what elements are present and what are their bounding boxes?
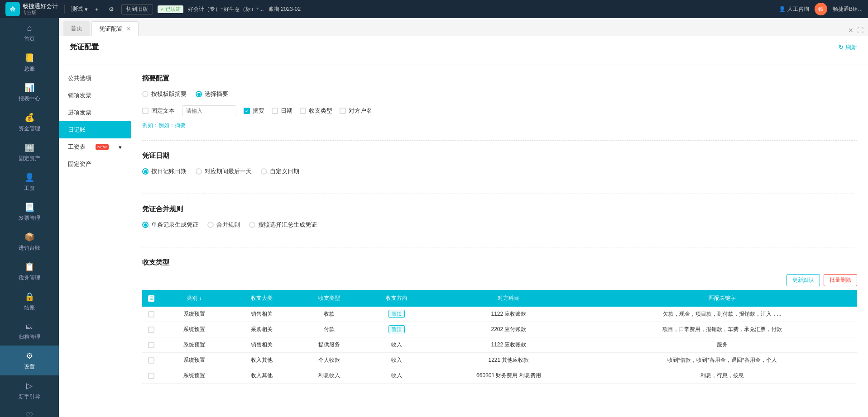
td-account-4: 660301 财务费用 利息费用 bbox=[431, 368, 587, 384]
batch-delete-button[interactable]: 批量删除 bbox=[824, 274, 857, 286]
window-maximize-button[interactable]: ⛶ bbox=[857, 27, 863, 34]
logo: 会 畅捷通好会计 专业版 bbox=[5, 2, 58, 16]
th-category[interactable]: 类别 ↓ bbox=[160, 290, 228, 307]
left-nav-item-payroll[interactable]: 工资表 NEW ▾ bbox=[59, 138, 131, 156]
merge-rules-radio-group: 单条记录生成凭证 合并规则 按照选择汇总生成凭证 bbox=[142, 221, 857, 229]
tab-home[interactable]: 首页 bbox=[63, 21, 90, 36]
sidebar-item-settings[interactable]: ⚙ 设置 bbox=[0, 346, 59, 375]
radio-single[interactable]: 单条记录生成凭证 bbox=[142, 221, 198, 229]
td-type-2: 提供服务 bbox=[295, 337, 363, 353]
td-check-3[interactable] bbox=[142, 353, 160, 368]
sidebar-item-ledger[interactable]: 📒 总账 bbox=[0, 47, 59, 77]
reset-tag-1[interactable]: 置顶 bbox=[388, 325, 405, 333]
tab-voucher-config[interactable]: 凭证配置 ✕ bbox=[91, 21, 139, 36]
radio-circle-select bbox=[196, 91, 202, 97]
td-type-4: 利息收入 bbox=[295, 368, 363, 384]
td-check-2[interactable] bbox=[142, 337, 160, 353]
sidebar-item-member[interactable]: ♡ 畅会员 bbox=[0, 405, 59, 417]
company-selector[interactable]: 测试 ▾ bbox=[71, 5, 88, 13]
left-nav-item-fixed-assets[interactable]: 固定资产 bbox=[59, 156, 131, 173]
td-keyword-0: 欠款，现金，项目款，到付款，报销款，汇入，... bbox=[587, 307, 857, 322]
left-nav-item-public[interactable]: 公共选项 bbox=[59, 70, 131, 87]
checkbox-counterparty[interactable]: 对方户名 bbox=[340, 107, 372, 115]
sidebar-item-close[interactable]: 🔒 结账 bbox=[0, 286, 59, 316]
checkbox-box-fixed-text bbox=[142, 108, 149, 114]
sidebar-item-purchase-sale[interactable]: 📦 进销台账 bbox=[0, 227, 59, 256]
radio-merge[interactable]: 合并规则 bbox=[207, 221, 240, 229]
td-direction-4: 收入 bbox=[363, 368, 431, 384]
table-row: 系统预置 收入其他 利息收入 收入 660301 财务费用 利息费用 利息，行息… bbox=[142, 368, 857, 384]
radio-circle-summary-gen bbox=[249, 222, 255, 228]
td-major-3: 收入其他 bbox=[228, 353, 295, 368]
fixed-text-input[interactable] bbox=[182, 105, 236, 116]
table-header-row: ☑ 类别 ↓ 收支大类 收支类型 收支方向 对方科目 bbox=[142, 290, 857, 307]
td-check-0[interactable] bbox=[142, 307, 160, 322]
left-nav-item-purchase-invoice[interactable]: 进项发票 bbox=[59, 104, 131, 121]
switch-old-version-button[interactable]: 切到旧版 bbox=[121, 4, 153, 14]
voucher-date-title: 凭证日期 bbox=[142, 152, 857, 160]
sidebar-item-fund[interactable]: 💰 资金管理 bbox=[0, 107, 59, 137]
td-category-4: 系统预置 bbox=[160, 368, 228, 384]
sidebar-item-report[interactable]: 📊 报表中心 bbox=[0, 77, 59, 107]
checkbox-box-summary: ✓ bbox=[244, 108, 250, 114]
left-nav-item-journal[interactable]: 日记账 bbox=[59, 121, 131, 138]
td-account-3: 1221 其他应收款 bbox=[431, 353, 587, 368]
sidebar-item-archive[interactable]: 🗂 归档管理 bbox=[0, 316, 59, 346]
body-row: 公共选项 销项发票 进项发票 日记账 工资表 NEW ▾ 固定资产 bbox=[59, 65, 868, 417]
th-check[interactable]: ☑ bbox=[142, 290, 160, 307]
radio-journal-date[interactable]: 按日记账日期 bbox=[142, 167, 187, 175]
income-expense-table: ☑ 类别 ↓ 收支大类 收支类型 收支方向 对方科目 bbox=[142, 290, 857, 384]
logo-icon: 会 bbox=[5, 2, 20, 16]
radio-template[interactable]: 按模板版摘要 bbox=[142, 90, 187, 98]
window-close-button[interactable]: ✕ bbox=[848, 27, 854, 34]
service-button[interactable]: 👤 人工咨询 bbox=[779, 5, 809, 13]
td-check-4[interactable] bbox=[142, 368, 160, 384]
checkbox-box-date bbox=[272, 108, 278, 114]
reset-tag-0[interactable]: 置顶 bbox=[388, 310, 405, 318]
update-default-button[interactable]: 更新默认 bbox=[786, 274, 820, 286]
merge-rules-title: 凭证合并规则 bbox=[142, 205, 857, 213]
sidebar-item-home[interactable]: ⌂ 首页 bbox=[0, 18, 59, 47]
add-button[interactable]: + bbox=[92, 6, 101, 13]
checkbox-type[interactable]: 收支类型 bbox=[300, 107, 332, 115]
td-check-1[interactable] bbox=[142, 322, 160, 337]
voucher-date-section: 凭证日期 按日记账日期 对应期间最后一天 自定义日期 bbox=[142, 152, 857, 194]
topbar: 会 畅捷通好会计 专业版 测试 ▾ + ⚙ 切到旧版 ✓ 已认证 好会计（专）+… bbox=[0, 0, 868, 18]
merge-rules-section: 凭证合并规则 单条记录生成凭证 合并规则 按照选择汇总生成凭证 bbox=[142, 205, 857, 247]
table-row: 系统预置 采购相关 付款 置顶 2202 应付账款 项目，日常费用，报销款，车费… bbox=[142, 322, 857, 337]
td-major-2: 销售相关 bbox=[228, 337, 295, 353]
ledger-icon: 📒 bbox=[24, 53, 34, 63]
td-major-1: 采购相关 bbox=[228, 322, 295, 337]
avatar: 畅 bbox=[815, 3, 827, 15]
radio-circle-period-last bbox=[196, 168, 202, 175]
checkbox-fixed-text[interactable]: 固定文本 bbox=[142, 107, 175, 115]
invoice-icon: 📃 bbox=[24, 202, 34, 212]
th-keyword: 匹配关键字 bbox=[587, 290, 857, 307]
radio-select[interactable]: 选择摘要 bbox=[196, 90, 228, 98]
td-direction-1: 置顶 bbox=[363, 322, 431, 337]
radio-circle-template bbox=[142, 91, 149, 97]
td-keyword-2: 服务 bbox=[587, 337, 857, 353]
sidebar-item-guide[interactable]: ▷ 新手引导 bbox=[0, 375, 59, 405]
sidebar-item-fixed-assets[interactable]: 🏢 固定资产 bbox=[0, 137, 59, 167]
radio-period-last[interactable]: 对应期间最后一天 bbox=[196, 167, 252, 175]
radio-summary-gen[interactable]: 按照选择汇总生成凭证 bbox=[249, 221, 317, 229]
left-nav-item-sales-invoice[interactable]: 销项发票 bbox=[59, 87, 131, 104]
fixed-assets-icon: 🏢 bbox=[24, 142, 34, 152]
settings-icon[interactable]: ⚙ bbox=[106, 6, 117, 13]
username: 畅捷通B组... bbox=[833, 5, 863, 13]
th-major: 收支大类 bbox=[228, 290, 295, 307]
tab-close-button[interactable]: ✕ bbox=[126, 26, 131, 32]
sidebar-item-invoice[interactable]: 📃 发票管理 bbox=[0, 197, 59, 227]
sidebar-item-tax[interactable]: 📋 税务管理 bbox=[0, 256, 59, 286]
income-expense-title: 收支类型 bbox=[142, 258, 857, 267]
checkbox-date[interactable]: 日期 bbox=[272, 107, 293, 115]
page-header: 凭证配置 ↻ 刷新 bbox=[59, 36, 868, 65]
radio-custom-date[interactable]: 自定义日期 bbox=[261, 167, 299, 175]
checkbox-summary[interactable]: ✓ 摘要 bbox=[244, 107, 264, 115]
refresh-button[interactable]: ↻ 刷新 bbox=[839, 43, 857, 58]
salary-icon: 👤 bbox=[24, 172, 34, 182]
sidebar: ⌂ 首页 📒 总账 📊 报表中心 💰 资金管理 🏢 固定资产 👤 工资 📃 发票… bbox=[0, 18, 59, 417]
sidebar-item-salary[interactable]: 👤 工资 bbox=[0, 167, 59, 197]
summary-checkbox-row: 固定文本 ✓ 摘要 日期 收支类型 bbox=[142, 105, 857, 116]
